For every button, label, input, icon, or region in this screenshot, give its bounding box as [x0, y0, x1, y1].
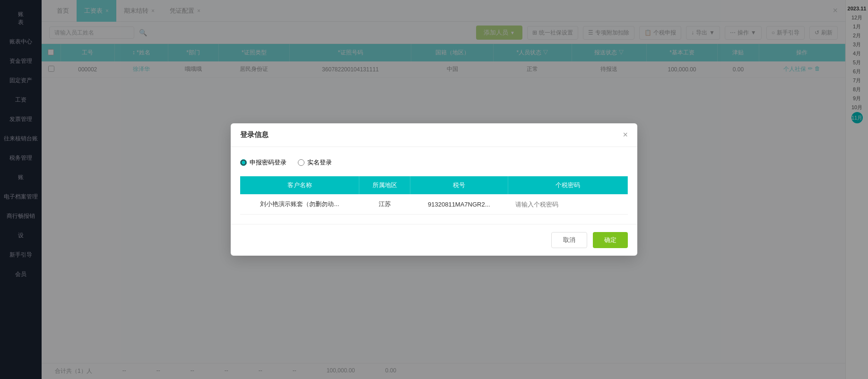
login-table: 客户名称 所属地区 税号 个税密码 刘小艳演示账套（勿删勿动... 江苏 913…: [240, 176, 628, 215]
cancel-button[interactable]: 取消: [551, 232, 587, 248]
dialog-tax-no: 91320811MA7NGR2...: [410, 194, 508, 215]
dialog-body: 申报密码登录 实名登录 客户名称 所属地区 税号 个税密码: [231, 147, 637, 224]
login-dialog: 登录信息 × 申报密码登录 实名登录 客户名称 所属地区: [231, 123, 637, 256]
dialog-header: 登录信息 ×: [231, 123, 637, 147]
dialog-overlay: 登录信息 × 申报密码登录 实名登录 客户名称 所属地区: [0, 0, 868, 379]
dialog-region: 江苏: [359, 194, 410, 215]
radio-realname-label: 实名登录: [307, 158, 332, 167]
radio-realname-input[interactable]: [298, 159, 304, 166]
login-type-radio-group: 申报密码登录 实名登录: [240, 158, 628, 167]
dialog-title: 登录信息: [240, 130, 269, 139]
radio-password-input[interactable]: [240, 159, 247, 166]
dialog-col-name: 客户名称: [240, 176, 359, 194]
dialog-password-field[interactable]: [515, 201, 620, 208]
radio-realname-login[interactable]: 实名登录: [298, 158, 332, 167]
dialog-table-row: 刘小艳演示账套（勿删勿动... 江苏 91320811MA7NGR2...: [240, 194, 628, 215]
dialog-col-tax-no: 税号: [410, 176, 508, 194]
confirm-button[interactable]: 确定: [593, 232, 628, 248]
dialog-close-button[interactable]: ×: [623, 130, 628, 140]
dialog-client-name: 刘小艳演示账套（勿删勿动...: [240, 194, 359, 215]
radio-password-label: 申报密码登录: [250, 158, 286, 167]
dialog-footer: 取消 确定: [231, 224, 637, 256]
dialog-col-password: 个税密码: [508, 176, 627, 194]
dialog-col-region: 所属地区: [359, 176, 410, 194]
dialog-password-input-cell[interactable]: [508, 194, 627, 215]
radio-password-login[interactable]: 申报密码登录: [240, 158, 286, 167]
